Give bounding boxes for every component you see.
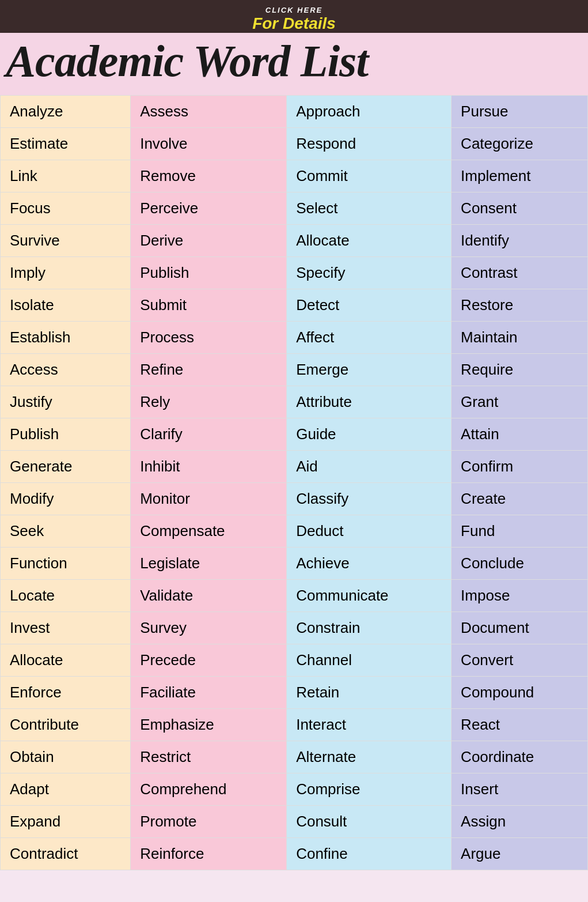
table-cell: Contradict — [1, 838, 131, 870]
table-row: EstimateInvolveRespondCategorize — [1, 128, 588, 160]
table-cell: Justify — [1, 386, 131, 418]
table-cell: Modify — [1, 483, 131, 515]
table-cell: Invest — [1, 612, 131, 644]
table-cell: Channel — [287, 644, 452, 677]
table-cell: Seek — [1, 515, 131, 548]
table-row: EstablishProcessAffectMaintain — [1, 322, 588, 354]
table-cell: Publish — [1, 418, 131, 451]
table-cell: Publish — [131, 257, 287, 289]
table-cell: Achieve — [287, 548, 452, 580]
table-row: FunctionLegislateAchieveConclude — [1, 548, 588, 580]
table-cell: Precede — [131, 644, 287, 677]
table-cell: Involve — [131, 128, 287, 160]
table-row: ImplyPublishSpecifyContrast — [1, 257, 588, 289]
table-cell: Respond — [287, 128, 452, 160]
table-cell: Confine — [287, 838, 452, 870]
table-cell: Fund — [452, 515, 588, 548]
table-row: AdaptComprehendCompriseInsert — [1, 773, 588, 806]
table-cell: Insert — [452, 773, 588, 806]
table-cell: Derive — [131, 225, 287, 257]
table-cell: Function — [1, 548, 131, 580]
table-cell: Emphasize — [131, 709, 287, 741]
table-cell: Isolate — [1, 289, 131, 322]
table-cell: Survey — [131, 612, 287, 644]
table-row: PublishClarifyGuideAttain — [1, 418, 588, 451]
table-row: SurviveDeriveAllocateIdentify — [1, 225, 588, 257]
for-details-text[interactable]: For Details — [0, 14, 588, 33]
table-cell: Maintain — [452, 322, 588, 354]
table-row: ContributeEmphasizeInteractReact — [1, 709, 588, 741]
table-cell: Compensate — [131, 515, 287, 548]
table-cell: Interact — [287, 709, 452, 741]
table-cell: Remove — [131, 160, 287, 193]
table-cell: Contribute — [1, 709, 131, 741]
table-cell: React — [452, 709, 588, 741]
table-row: ContradictReinforceConfineArgue — [1, 838, 588, 870]
table-cell: Communicate — [287, 580, 452, 612]
table-cell: Consult — [287, 806, 452, 838]
table-row: LocateValidateCommunicateImpose — [1, 580, 588, 612]
table-cell: Focus — [1, 193, 131, 225]
table-cell: Guide — [287, 418, 452, 451]
table-cell: Rely — [131, 386, 287, 418]
table-cell: Alternate — [287, 741, 452, 773]
table-cell: Deduct — [287, 515, 452, 548]
table-cell: Assign — [452, 806, 588, 838]
table-cell: Locate — [1, 580, 131, 612]
word-table: AnalyzeAssessApproachPursueEstimateInvol… — [0, 95, 588, 870]
table-row: IsolateSubmitDetectRestore — [1, 289, 588, 322]
click-here-text[interactable]: CLICK HERE — [0, 6, 588, 14]
table-cell: Impose — [452, 580, 588, 612]
table-cell: Require — [452, 354, 588, 386]
table-cell: Detect — [287, 289, 452, 322]
table-cell: Reinforce — [131, 838, 287, 870]
table-cell: Monitor — [131, 483, 287, 515]
table-cell: Identify — [452, 225, 588, 257]
table-row: LinkRemoveCommitImplement — [1, 160, 588, 193]
table-cell: Constrain — [287, 612, 452, 644]
table-cell: Allocate — [287, 225, 452, 257]
table-cell: Consent — [452, 193, 588, 225]
table-row: JustifyRelyAttributeGrant — [1, 386, 588, 418]
table-cell: Validate — [131, 580, 287, 612]
table-cell: Process — [131, 322, 287, 354]
table-cell: Comprise — [287, 773, 452, 806]
table-cell: Enforce — [1, 677, 131, 709]
table-row: AnalyzeAssessApproachPursue — [1, 96, 588, 128]
table-cell: Access — [1, 354, 131, 386]
table-cell: Inhibit — [131, 451, 287, 483]
table-cell: Allocate — [1, 644, 131, 677]
table-cell: Promote — [131, 806, 287, 838]
table-cell: Affect — [287, 322, 452, 354]
main-title: Academic Word List — [0, 39, 588, 84]
table-cell: Faciliate — [131, 677, 287, 709]
header: CLICK HERE For Details Academic Word Lis… — [0, 0, 588, 95]
table-cell: Aid — [287, 451, 452, 483]
table-cell: Argue — [452, 838, 588, 870]
table-cell: Grant — [452, 386, 588, 418]
table-cell: Assess — [131, 96, 287, 128]
table-cell: Legislate — [131, 548, 287, 580]
table-cell: Retain — [287, 677, 452, 709]
table-cell: Confirm — [452, 451, 588, 483]
table-row: EnforceFaciliateRetainCompound — [1, 677, 588, 709]
table-row: SeekCompensateDeductFund — [1, 515, 588, 548]
table-cell: Coordinate — [452, 741, 588, 773]
table-row: AllocatePrecedeChannelConvert — [1, 644, 588, 677]
table-cell: Create — [452, 483, 588, 515]
table-cell: Emerge — [287, 354, 452, 386]
table-cell: Commit — [287, 160, 452, 193]
table-cell: Categorize — [452, 128, 588, 160]
table-cell: Select — [287, 193, 452, 225]
table-cell: Compound — [452, 677, 588, 709]
table-cell: Implement — [452, 160, 588, 193]
table-row: FocusPerceiveSelectConsent — [1, 193, 588, 225]
table-cell: Analyze — [1, 96, 131, 128]
table-cell: Survive — [1, 225, 131, 257]
table-cell: Classify — [287, 483, 452, 515]
table-cell: Specify — [287, 257, 452, 289]
table-cell: Submit — [131, 289, 287, 322]
table-cell: Contrast — [452, 257, 588, 289]
table-cell: Approach — [287, 96, 452, 128]
table-cell: Expand — [1, 806, 131, 838]
